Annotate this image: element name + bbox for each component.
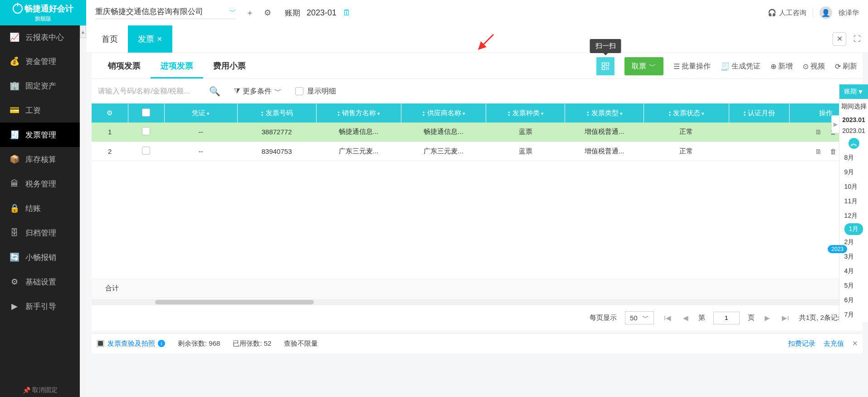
support-link[interactable]: 🎧 人工咨询 [768, 9, 806, 17]
sidebar-item-report[interactable]: 📈云报表中心 [0, 25, 80, 49]
add-button[interactable]: ⊕新增 [770, 62, 793, 71]
add-icon[interactable]: ＋ [246, 7, 254, 18]
funnel-icon: ⧩ [234, 87, 240, 95]
horizontal-scrollbar[interactable] [92, 299, 863, 305]
scrollbar-thumb[interactable] [155, 300, 314, 304]
period-month[interactable]: 3月 [844, 250, 863, 264]
col-voucher[interactable]: 凭证▾ [165, 103, 238, 123]
row-checkbox[interactable] [128, 142, 164, 161]
sidebar-item-settings[interactable]: ⚙基础设置 [0, 270, 80, 294]
sidebar-label: 新手引导 [25, 301, 56, 312]
gen-voucher-button[interactable]: 🧾生成凭证 [721, 62, 761, 71]
close-icon[interactable]: ✕ [852, 339, 858, 348]
period-month[interactable]: 2月 [844, 235, 863, 250]
show-detail-toggle[interactable]: 显示明细 [295, 87, 336, 96]
period-month[interactable]: 10月 [844, 180, 863, 194]
period-month[interactable]: 6月 [844, 293, 863, 308]
sidebar-item-tax[interactable]: 🏛税务管理 [0, 172, 80, 196]
col-settings[interactable]: ⚙ [92, 103, 128, 123]
col-month[interactable]: ▲▼认证月份 [729, 103, 790, 123]
per-page-select[interactable]: 50﹀ [625, 311, 654, 324]
year-badge: 2023 [828, 245, 847, 253]
period-month[interactable]: 8月 [844, 151, 863, 165]
sidebar-item-inventory[interactable]: 📦库存核算 [0, 147, 80, 172]
lock-icon: 🔒 [10, 204, 19, 213]
video-button[interactable]: ⊙视频 [803, 62, 825, 71]
sidebar-unpin[interactable]: 📌取消固定 [0, 386, 80, 394]
company-selector[interactable]: 重庆畅捷交通信息咨询有限公司 ﹀ [95, 6, 236, 19]
scan-qr-button[interactable]: 扫一扫 [596, 57, 614, 75]
row-supplier: 畅捷通信息... [401, 123, 486, 142]
tab-home[interactable]: 首页 [92, 25, 128, 53]
sidebar-item-funds[interactable]: 💰资金管理 [0, 49, 80, 74]
qr-icon [601, 62, 610, 70]
sidebar-label: 结账 [25, 203, 41, 214]
subtab-purchase[interactable]: 进项发票 [151, 53, 203, 78]
refresh-button[interactable]: ⟳刷新 [835, 62, 857, 71]
batch-button[interactable]: ☰批量操作 [673, 62, 711, 71]
tab-invoice[interactable]: 发票 ✕ [128, 25, 172, 53]
remain-info: 剩余张数: 968 [178, 339, 220, 348]
filter-icon: ▾ [541, 111, 544, 116]
calendar-icon[interactable]: 🗓 [343, 8, 351, 18]
col-kind[interactable]: ▲▼发票种类▾ [486, 103, 565, 123]
sidebar-item-invoice[interactable]: 🧾发票管理 [0, 123, 80, 147]
period-header-button[interactable]: 账期 ▼ [839, 84, 868, 99]
period-month[interactable]: 1月 [844, 223, 863, 235]
deduct-record-link[interactable]: 扣费记录 [788, 339, 815, 348]
scan-icon: 🔳 [96, 339, 105, 348]
delete-icon[interactable]: 🗑 [830, 147, 837, 155]
period-month[interactable]: 4月 [844, 264, 863, 279]
period-month[interactable]: 7月 [844, 308, 863, 322]
recharge-link[interactable]: 去充值 [824, 339, 844, 348]
verify-link[interactable]: 🔳发票查验及拍照i [96, 339, 165, 348]
sidebar-item-guide[interactable]: ▶新手引导 [0, 294, 80, 319]
period-month[interactable]: 11月 [844, 194, 863, 209]
period-year[interactable]: 2023.01 [842, 114, 865, 125]
chevron-down-icon: ﹀ [642, 314, 649, 322]
table-row[interactable]: 2--83940753广东三元麦...广东三元麦...蓝票增值税普通...正常🗎… [92, 142, 863, 161]
view-icon[interactable]: 🗎 [815, 128, 822, 136]
row-index: 1 [92, 123, 128, 142]
col-number[interactable]: ▲▼发票号码 [237, 103, 316, 123]
salary-icon: 💳 [10, 106, 19, 115]
sidebar-item-close[interactable]: 🔒结账 [0, 196, 80, 221]
sidebar-item-assets[interactable]: 🏢固定资产 [0, 74, 80, 98]
search-icon[interactable]: 🔍 [209, 86, 220, 97]
period-panel-toggle[interactable]: ▶ [831, 115, 839, 133]
prev-page-button[interactable]: ◀ [681, 314, 690, 322]
period-month[interactable]: 12月 [844, 209, 863, 223]
col-status[interactable]: ▲▼发票状态▾ [644, 103, 729, 123]
subtab-sales[interactable]: 销项发票 [98, 53, 151, 78]
avatar[interactable]: 👤 [819, 6, 832, 19]
table-row[interactable]: 1--38872772畅捷通信息...畅捷通信息...蓝票增值税普通...正常🗎… [92, 123, 863, 142]
svg-rect-3 [602, 67, 605, 70]
sidebar-label: 小畅报销 [25, 252, 56, 263]
sidebar-item-archive[interactable]: 🗄归档管理 [0, 221, 80, 245]
sidebar-scroll-hint[interactable]: ▲ [80, 25, 86, 38]
fullscreen-button[interactable]: ⛶ [850, 32, 864, 46]
col-type[interactable]: ▲▼发票类型▾ [565, 103, 644, 123]
sidebar-item-reimburse[interactable]: 🔄小畅报销 [0, 245, 80, 270]
subtab-expense[interactable]: 费用小票 [203, 53, 256, 78]
search-input[interactable] [98, 87, 205, 95]
fetch-button[interactable]: 取票﹀ [624, 57, 663, 75]
col-checkbox[interactable] [128, 103, 164, 123]
next-page-button[interactable]: ▶ [763, 314, 772, 322]
col-supplier[interactable]: ▲▼供应商名称▾ [401, 103, 486, 123]
last-page-button[interactable]: ▶I [780, 314, 791, 322]
period-year[interactable]: 2023.01 [842, 125, 865, 136]
sidebar-item-salary[interactable]: 💳工资 [0, 98, 80, 123]
col-seller[interactable]: ▲▼销售方名称▾ [316, 103, 401, 123]
first-page-button[interactable]: I◀ [662, 314, 673, 322]
row-checkbox[interactable] [128, 123, 164, 142]
close-all-button[interactable]: ✕ [833, 32, 846, 46]
page-input[interactable] [713, 312, 740, 324]
view-icon[interactable]: 🗎 [815, 147, 822, 155]
more-conditions-button[interactable]: ⧩更多条件﹀ [234, 87, 282, 96]
scroll-up-button[interactable]: ︽ [848, 138, 859, 149]
gear-icon[interactable]: ⚙ [264, 8, 271, 18]
period-month[interactable]: 5月 [844, 279, 863, 293]
tab-close-icon[interactable]: ✕ [157, 35, 162, 43]
period-month[interactable]: 9月 [844, 165, 863, 180]
